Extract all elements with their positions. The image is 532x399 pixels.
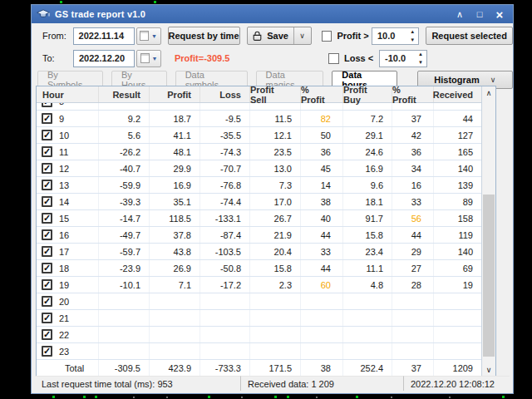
table-row: ✓12-40.729.9-70.713.04516.934140 bbox=[37, 160, 481, 177]
table-total-row: Total -309.5 423.9 -733.3 171.5 38 252.4… bbox=[37, 360, 481, 377]
spinner-up-icon[interactable]: ▲ bbox=[415, 51, 426, 59]
column-header[interactable]: % Profit bbox=[301, 86, 343, 102]
cell-pct_sell: 36 bbox=[301, 144, 343, 160]
titlebar[interactable]: GS trade report v1.0 ∧ □ × bbox=[32, 5, 513, 23]
cell-received: 19 bbox=[434, 277, 481, 293]
cell-received bbox=[434, 343, 481, 359]
row-checkbox[interactable]: ✓ bbox=[42, 103, 52, 107]
cell-result: -40.7 bbox=[99, 160, 150, 176]
spinner-up-icon[interactable]: ▲ bbox=[406, 28, 418, 37]
spinner-down-icon[interactable]: ▼ bbox=[406, 36, 418, 44]
cell-profit_sell: 20.4 bbox=[250, 244, 301, 259]
column-header[interactable]: Hour bbox=[37, 86, 99, 102]
row-checkbox[interactable]: ✓ bbox=[42, 229, 52, 240]
loss-filter-spinner: -10.0 ▲ ▼ bbox=[379, 50, 427, 67]
chart-tick bbox=[154, 1, 156, 3]
row-checkbox[interactable]: ✓ bbox=[42, 263, 52, 273]
scrollbar-thumb[interactable] bbox=[483, 195, 495, 357]
close-button[interactable]: × bbox=[491, 7, 508, 22]
request-by-time-button[interactable]: Request by time bbox=[168, 27, 240, 45]
profit-filter-value[interactable]: 10.0 bbox=[372, 28, 406, 44]
column-header[interactable]: Result bbox=[99, 86, 150, 102]
cell-received bbox=[434, 293, 481, 309]
hour-label: 14 bbox=[59, 197, 69, 207]
gs-trade-report-window: GS trade report v1.0 ∧ □ × From: 2022.11… bbox=[31, 4, 514, 394]
loss-filter-value[interactable]: -10.0 bbox=[380, 51, 415, 66]
column-header[interactable]: Profit Sell bbox=[250, 86, 301, 102]
row-checkbox[interactable]: ✓ bbox=[42, 279, 52, 290]
hour-label: 17 bbox=[59, 247, 69, 257]
loss-filter-checkbox[interactable] bbox=[328, 53, 339, 64]
cell-profit_sell: 12.1 bbox=[250, 127, 301, 143]
from-date-picker-button[interactable]: ▼ bbox=[136, 27, 161, 45]
vertical-scrollbar[interactable]: ∧ ∨ bbox=[481, 86, 495, 377]
to-date-picker-button[interactable]: ▼ bbox=[136, 50, 161, 67]
minimize-button[interactable]: ∧ bbox=[451, 7, 468, 22]
from-date-input[interactable]: 2022.11.14 bbox=[73, 27, 135, 45]
row-checkbox[interactable]: ✓ bbox=[42, 329, 52, 340]
cell-result bbox=[99, 327, 150, 342]
profit-filter-checkbox[interactable] bbox=[322, 31, 332, 42]
save-split-button[interactable]: Save ∨ bbox=[247, 27, 312, 45]
row-checkbox[interactable]: ✓ bbox=[42, 146, 52, 157]
cell-pct_sell: 33 bbox=[301, 244, 343, 259]
row-checkbox[interactable]: ✓ bbox=[42, 113, 52, 124]
column-header[interactable]: Received bbox=[434, 86, 481, 102]
cell-profit: 118.5 bbox=[150, 210, 200, 226]
cell-result: -59.7 bbox=[99, 244, 150, 259]
status-request-time: Last request time total (ms): 953 bbox=[35, 376, 240, 391]
cell-profit_buy bbox=[343, 343, 392, 359]
column-header[interactable]: Profit Buy bbox=[343, 86, 392, 102]
chart-tick bbox=[449, 397, 451, 398]
column-header[interactable]: Profit bbox=[150, 86, 200, 102]
hour-label: 12 bbox=[59, 164, 69, 174]
cell-profit_sell bbox=[250, 327, 301, 342]
cell-profit_buy: 91.7 bbox=[343, 210, 392, 226]
maximize-button[interactable]: □ bbox=[471, 7, 488, 22]
chart-tick bbox=[287, 396, 289, 398]
save-button[interactable]: Save bbox=[248, 27, 293, 44]
cell-loss: -74.3 bbox=[200, 144, 250, 160]
row-checkbox[interactable]: ✓ bbox=[42, 346, 52, 357]
total-loss: -733.3 bbox=[200, 360, 250, 377]
row-checkbox[interactable]: ✓ bbox=[42, 130, 52, 140]
table-row: ✓18-23.926.9-50.815.84411.12769 bbox=[37, 260, 481, 277]
table-row: ✓21 bbox=[37, 310, 481, 327]
hour-label: 23 bbox=[59, 347, 69, 357]
cell-result: -10.1 bbox=[99, 277, 150, 293]
hour-label: 19 bbox=[59, 280, 69, 290]
cell-loss: -87.4 bbox=[200, 227, 250, 243]
cell-received: 140 bbox=[434, 244, 481, 259]
cell-pct_sell bbox=[301, 343, 343, 359]
hour-label: 21 bbox=[59, 313, 69, 323]
cell-result bbox=[99, 310, 150, 326]
cell-profit: 16.9 bbox=[150, 177, 200, 193]
to-date-input[interactable]: 2022.12.20 bbox=[73, 50, 135, 67]
request-selected-button[interactable]: Request selected bbox=[426, 27, 513, 45]
cell-loss: -17.2 bbox=[200, 277, 250, 293]
table-header-row: HourResultProfitLossProfit Sell% ProfitP… bbox=[37, 86, 481, 103]
chart-tick bbox=[316, 397, 318, 398]
column-header[interactable]: % Profit bbox=[392, 86, 434, 102]
hour-label: 10 bbox=[59, 131, 69, 140]
scroll-up-icon[interactable]: ∧ bbox=[482, 86, 495, 100]
row-checkbox[interactable]: ✓ bbox=[42, 196, 52, 207]
row-checkbox[interactable]: ✓ bbox=[42, 213, 52, 224]
hour-label: 11 bbox=[59, 147, 68, 157]
cell-received: 119 bbox=[434, 227, 481, 243]
cell-result: -39.3 bbox=[99, 194, 150, 209]
spinner-down-icon[interactable]: ▼ bbox=[415, 58, 426, 66]
scroll-down-icon[interactable]: ∨ bbox=[482, 363, 495, 377]
row-checkbox[interactable]: ✓ bbox=[42, 246, 52, 257]
row-checkbox[interactable]: ✓ bbox=[42, 180, 52, 190]
cell-profit_buy bbox=[343, 327, 392, 342]
cell-pct_buy bbox=[392, 327, 434, 342]
row-checkbox[interactable]: ✓ bbox=[42, 296, 52, 307]
save-dropdown-arrow[interactable]: ∨ bbox=[293, 27, 311, 44]
cell-pct_sell: 82 bbox=[301, 111, 343, 126]
column-header[interactable]: Loss bbox=[200, 86, 250, 102]
row-checkbox[interactable]: ✓ bbox=[42, 163, 52, 174]
total-pct-buy: 37 bbox=[392, 360, 434, 377]
cell-loss: -103.5 bbox=[200, 244, 250, 259]
row-checkbox[interactable]: ✓ bbox=[42, 313, 52, 323]
